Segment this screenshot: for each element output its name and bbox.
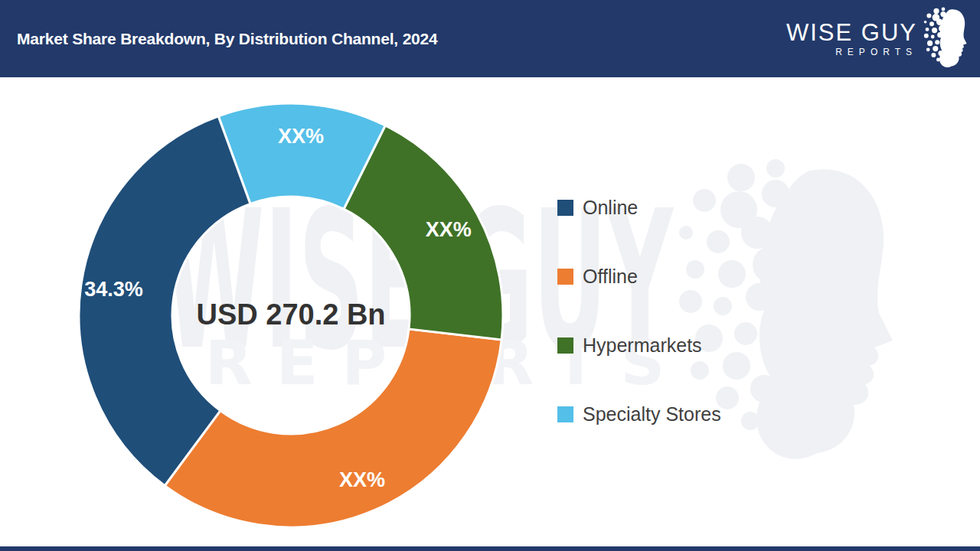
legend-swatch: [557, 200, 573, 216]
legend-swatch: [557, 406, 573, 422]
page-title: Market Share Breakdown, By Distribution …: [17, 30, 438, 48]
brand-logo: WISE GUY REPORTS: [786, 7, 969, 71]
legend-label: Offline: [583, 266, 638, 288]
slice-value-label: XX%: [278, 125, 324, 148]
legend: Online Offline Hypermarkets Specialty St…: [557, 198, 721, 474]
brand-face-icon: [922, 7, 969, 71]
slice-offline: [165, 329, 501, 527]
legend-item: Offline: [557, 267, 721, 285]
brand-text: WISE GUY REPORTS: [786, 21, 917, 57]
brand-subtitle: REPORTS: [786, 47, 917, 57]
donut-chart: USD 270.2 Bn 34.3%XX%XX%XX%: [0, 77, 582, 551]
legend-swatch: [557, 337, 573, 354]
slice-value-label: XX%: [339, 468, 385, 491]
legend-swatch: [557, 269, 573, 285]
slice-value-label: 34.3%: [84, 278, 143, 301]
brand-wordmark: WISE GUY: [786, 21, 917, 44]
slice-value-label: XX%: [426, 218, 472, 241]
legend-label: Hypermarkets: [583, 334, 702, 357]
footer-bar: [0, 546, 980, 551]
legend-item: Hypermarkets: [557, 336, 721, 354]
legend-item: Specialty Stores: [557, 405, 721, 423]
center-value: USD 270.2 Bn: [196, 298, 385, 331]
header: Market Share Breakdown, By Distribution …: [0, 0, 980, 77]
legend-label: Specialty Stores: [583, 403, 721, 425]
legend-item: Online: [557, 198, 721, 217]
legend-label: Online: [583, 197, 638, 219]
